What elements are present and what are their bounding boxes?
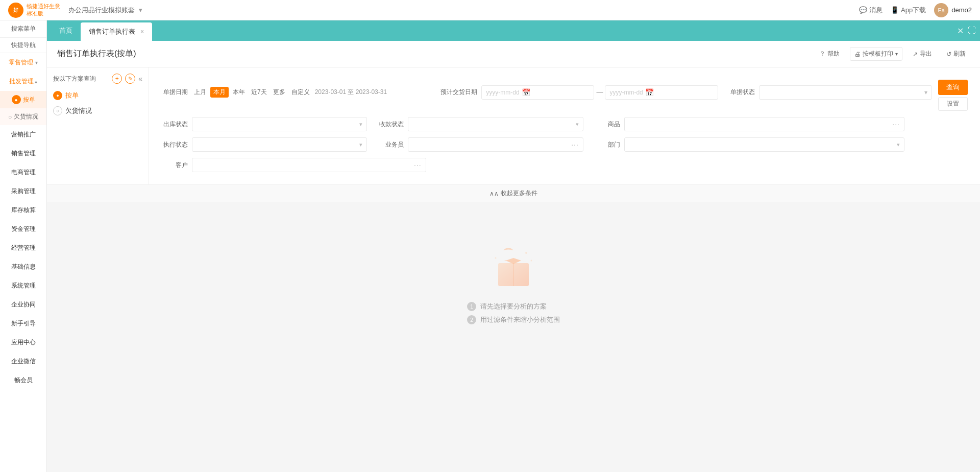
salesperson-label: 业务员 bbox=[373, 140, 404, 149]
estimated-date-start[interactable]: yyyy-mm-dd 📅 bbox=[481, 85, 594, 100]
sidebar-item-purchase[interactable]: 采购管理 bbox=[0, 182, 46, 201]
export-button[interactable]: ↗ 导出 bbox=[909, 48, 936, 60]
sidebar-item-ecommerce[interactable]: 电商管理 bbox=[0, 163, 46, 182]
sidebar-item-system[interactable]: 系统管理 bbox=[0, 276, 46, 295]
app-title-arrow[interactable]: ▾ bbox=[139, 6, 142, 14]
sidebar-item-guide[interactable]: 新手引导 bbox=[0, 314, 46, 333]
exec-status-select[interactable]: ▾ bbox=[192, 137, 367, 152]
collapse-bar[interactable]: ∧∧ 收起更多条件 bbox=[47, 184, 980, 202]
sidebar-quick-nav[interactable]: 快捷导航 bbox=[0, 38, 46, 53]
message-icon: 💬 bbox=[859, 6, 867, 14]
minimize-icon[interactable]: ✕ bbox=[957, 26, 964, 36]
user-name: demo2 bbox=[951, 6, 972, 14]
sidebar-item-apps[interactable]: 应用中心 bbox=[0, 333, 46, 352]
filter-left-panel: 按以下方案查询 + ✎ « ● 按单 ○ bbox=[47, 67, 149, 184]
sidebar-item-label: 基础信息 bbox=[11, 263, 36, 270]
app-download-button[interactable]: 📱 App下载 bbox=[891, 6, 926, 15]
empty-step-1: 1 请先选择要分析的方案 bbox=[467, 302, 560, 311]
date-tag-this-year[interactable]: 本年 bbox=[231, 87, 247, 98]
refresh-button[interactable]: ↺ 刷新 bbox=[942, 48, 970, 60]
status-select[interactable]: ▾ bbox=[759, 85, 932, 100]
refresh-icon: ↺ bbox=[946, 51, 951, 58]
dept-select[interactable]: ▾ bbox=[624, 137, 904, 152]
tab-home[interactable]: 首页 bbox=[51, 20, 81, 41]
sidebar-item-enterprise[interactable]: 企业协同 bbox=[0, 295, 46, 314]
tab-bar-right: ✕ ⛶ bbox=[957, 26, 976, 36]
out-status-select[interactable]: ▾ bbox=[192, 117, 367, 131]
sidebar-item-label: 销售管理 bbox=[11, 150, 36, 157]
maximize-icon[interactable]: ⛶ bbox=[968, 26, 976, 35]
date-tag-this-month[interactable]: 本月 bbox=[210, 87, 229, 98]
svg-point-5 bbox=[495, 257, 497, 259]
top-bar: 好 畅捷通好生意 标准版 办公用品行业模拟账套 ▾ 💬 消息 📱 App下载 E… bbox=[0, 0, 980, 20]
scheme-item-order[interactable]: ● 按单 bbox=[47, 88, 149, 103]
sidebar-item-label: 采购管理 bbox=[11, 187, 36, 195]
sidebar-search[interactable]: 搜索菜单 bbox=[0, 20, 46, 38]
product-input[interactable]: ··· bbox=[624, 117, 904, 131]
collapse-up-icon: ∧∧ bbox=[489, 190, 499, 197]
add-scheme-button[interactable]: + bbox=[112, 74, 122, 84]
sidebar-item-sales[interactable]: 销售管理 bbox=[0, 144, 46, 163]
filter-row-1: 单据日期 上月 本月 本年 近7天 更多 自定义 bbox=[157, 74, 972, 111]
top-bar-left: 好 畅捷通好生意 标准版 办公用品行业模拟账套 ▾ bbox=[8, 3, 142, 18]
sidebar-sub-item-order[interactable]: ● 按单 bbox=[0, 91, 46, 108]
sidebar-item-member[interactable]: 畅会员 bbox=[0, 371, 46, 390]
dept-item: 部门 ▾ bbox=[590, 137, 904, 152]
svg-point-4 bbox=[531, 260, 532, 262]
date-tag-last-month[interactable]: 上月 bbox=[192, 87, 208, 98]
scheme-item-debt[interactable]: ○ 欠货情况 bbox=[47, 103, 149, 119]
date-tag-more[interactable]: 更多 bbox=[271, 87, 287, 98]
message-button[interactable]: 💬 消息 bbox=[859, 6, 883, 15]
calendar-icon-end[interactable]: 📅 bbox=[645, 88, 654, 97]
collapse-scheme-icon[interactable]: « bbox=[138, 75, 142, 83]
sidebar-item-retail[interactable]: 零售管理 ▾ bbox=[0, 53, 46, 72]
filter-row-2: 出库状态 ▾ 收款状态 ▾ bbox=[157, 117, 972, 131]
tab-active-label: 销售订单执行表 bbox=[89, 27, 135, 36]
query-button[interactable]: 查询 bbox=[938, 80, 968, 95]
sidebar-sub-item-debt[interactable]: ○ 欠货情况 bbox=[0, 108, 46, 125]
sidebar-item-operations[interactable]: 经营管理 bbox=[0, 239, 46, 257]
salesperson-input[interactable]: ··· bbox=[408, 137, 583, 152]
status-label: 单据状态 bbox=[724, 88, 755, 97]
date-range-text: 2023-03-01 至 2023-03-31 bbox=[315, 88, 387, 97]
step-number-1: 1 bbox=[467, 302, 476, 311]
sidebar-item-finance[interactable]: 资金管理 bbox=[0, 220, 46, 239]
help-button[interactable]: ？ 帮助 bbox=[815, 48, 844, 60]
top-bar-right: 💬 消息 📱 App下载 Ea demo2 bbox=[859, 3, 972, 17]
settings-button[interactable]: 设置 bbox=[938, 97, 968, 111]
calendar-icon-start[interactable]: 📅 bbox=[522, 88, 530, 97]
sub-item-label: 欠货情况 bbox=[14, 112, 38, 121]
help-icon: ？ bbox=[819, 50, 825, 58]
main-layout: 搜索菜单 快捷导航 零售管理 ▾ 批发管理 ▴ ● 按单 ○ 欠货情况 营销推广… bbox=[0, 20, 980, 472]
exec-status-label: 执行状态 bbox=[157, 140, 188, 149]
sidebar-item-wechat[interactable]: 企业微信 bbox=[0, 352, 46, 371]
sidebar-item-inventory[interactable]: 库存核算 bbox=[0, 201, 46, 220]
page-title: 销售订单执行表(按单) bbox=[57, 49, 136, 59]
estimated-date-end[interactable]: yyyy-mm-dd 📅 bbox=[605, 85, 718, 100]
salesperson-item: 业务员 ··· bbox=[373, 137, 583, 152]
scheme-label: 按以下方案查询 bbox=[53, 75, 96, 83]
date-tag-custom[interactable]: 自定义 bbox=[289, 87, 312, 98]
tab-active[interactable]: 销售订单执行表 × bbox=[81, 22, 152, 41]
tab-close-icon[interactable]: × bbox=[140, 28, 144, 35]
sidebar-item-wholesale[interactable]: 批发管理 ▴ bbox=[0, 72, 46, 91]
recv-status-select[interactable]: ▾ bbox=[408, 117, 583, 131]
filter-row-3: 执行状态 ▾ 业务员 ··· bbox=[157, 137, 972, 152]
sidebar-item-basic[interactable]: 基础信息 bbox=[0, 257, 46, 276]
print-button[interactable]: 🖨 按模板打印 ▾ bbox=[850, 47, 902, 61]
product-label: 商品 bbox=[590, 120, 620, 129]
user-area[interactable]: Ea demo2 bbox=[934, 3, 972, 17]
customer-input[interactable]: ··· bbox=[192, 158, 426, 172]
edit-scheme-button[interactable]: ✎ bbox=[125, 74, 135, 84]
sub-item-label: 按单 bbox=[23, 96, 35, 104]
more-options-icon: ··· bbox=[414, 161, 422, 169]
sidebar-item-label: 零售管理 bbox=[9, 59, 33, 66]
date-tag-7days[interactable]: 近7天 bbox=[249, 87, 269, 98]
step-text-1: 请先选择要分析的方案 bbox=[480, 302, 547, 311]
empty-steps: 1 请先选择要分析的方案 2 用过滤条件来缩小分析范围 bbox=[467, 302, 560, 324]
sidebar-item-marketing[interactable]: 营销推广 bbox=[0, 125, 46, 144]
dept-label: 部门 bbox=[590, 140, 620, 149]
download-icon: 📱 bbox=[891, 6, 899, 14]
status-filter-item: 单据状态 ▾ bbox=[724, 85, 932, 100]
scheme-item-label: 欠货情况 bbox=[65, 106, 92, 115]
